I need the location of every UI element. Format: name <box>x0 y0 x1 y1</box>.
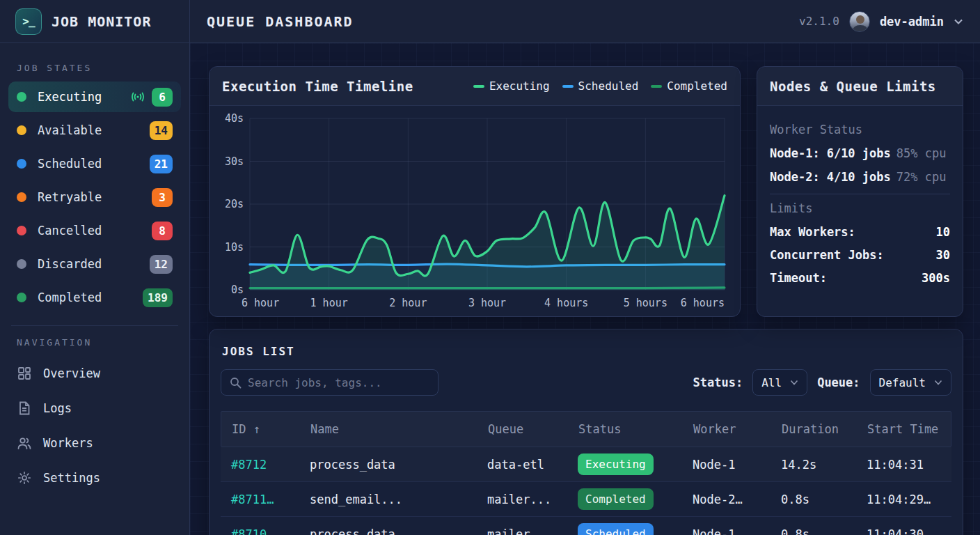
header-queue[interactable]: Queue <box>479 422 569 436</box>
document-icon <box>17 401 32 416</box>
state-dot <box>17 159 26 169</box>
state-dot <box>17 125 26 135</box>
job-duration: 0.8s <box>772 527 858 535</box>
nav-item-overview[interactable]: Overview <box>8 356 181 391</box>
main-content: Execution Time Timeline Executing Schedu… <box>190 43 980 535</box>
legend-swatch <box>651 85 662 88</box>
nav-label: Overview <box>43 366 100 380</box>
jobs-table-body: #8712 process_data data-etl Executing No… <box>221 447 951 535</box>
header-duration[interactable]: Duration <box>773 422 858 436</box>
svg-text:30s: 30s <box>225 155 244 168</box>
sidebar-state-executing[interactable]: Executing 6 <box>8 82 181 112</box>
chevron-down-icon <box>790 380 798 385</box>
terminal-icon: >_ <box>15 8 42 35</box>
job-id-link[interactable]: #8711… <box>222 493 301 506</box>
state-dot <box>17 192 26 202</box>
sort-arrow-icon: ↑ <box>253 422 260 436</box>
sidebar-state-scheduled[interactable]: Scheduled 21 <box>8 148 181 179</box>
sidebar-state-retryable[interactable]: Retryable 3 <box>8 182 181 212</box>
header-name[interactable]: Name <box>301 422 479 436</box>
chevron-down-icon[interactable] <box>954 18 963 25</box>
limit-value: 10 <box>936 225 950 239</box>
job-id-link[interactable]: #8712 <box>222 458 301 472</box>
node-status-row: Node-1: 6/10 jobs 85% cpu <box>770 146 950 160</box>
table-row[interactable]: #8711… send_email... mailer... Completed… <box>221 482 951 517</box>
nav-item-logs[interactable]: Logs <box>8 391 181 426</box>
job-duration: 14.2s <box>772 458 858 472</box>
status-select[interactable]: All <box>752 369 807 396</box>
nav-label: Settings <box>43 471 100 485</box>
nav-item-settings[interactable]: Settings <box>8 460 181 495</box>
search-box[interactable] <box>221 369 438 396</box>
svg-text:10s: 10s <box>225 241 244 254</box>
sidebar-state-discarded[interactable]: Discarded 12 <box>8 249 181 279</box>
top-bar-right: v2.1.0 dev-admin <box>799 11 963 32</box>
status-badge: Scheduled <box>578 523 654 535</box>
limits-card-title: Nodes & Queue Limits <box>770 79 936 94</box>
node-status-row: Node-2: 4/10 jobs 72% cpu <box>770 170 950 184</box>
sidebar-state-cancelled[interactable]: Cancelled 8 <box>8 215 181 246</box>
jobs-list-title: JOBS LIST <box>222 345 951 358</box>
avatar[interactable] <box>849 11 870 32</box>
node-cpu: 85% cpu <box>896 146 947 160</box>
timeline-chart: 0s10s20s30s40s6 hour1 hour2 hour3 hour4 … <box>210 106 740 316</box>
state-label: Retryable <box>38 190 102 204</box>
state-label: Discarded <box>38 257 102 271</box>
sidebar-state-available[interactable]: Available 14 <box>8 115 181 146</box>
nav-item-workers[interactable]: Workers <box>8 426 181 460</box>
state-label: Completed <box>38 290 102 304</box>
timeline-card: Execution Time Timeline Executing Schedu… <box>209 66 741 317</box>
limits-card-header: Nodes & Queue Limits <box>757 67 963 106</box>
jobs-table-header: ID ↑ Name Queue Status Worker Duration S… <box>221 411 951 447</box>
queue-select[interactable]: Default <box>870 369 951 396</box>
count-badge: 14 <box>150 121 173 140</box>
node-cpu: 72% cpu <box>896 170 947 184</box>
sidebar-state-completed[interactable]: Completed 189 <box>8 282 181 313</box>
table-row[interactable]: #8712 process_data data-etl Executing No… <box>221 447 951 482</box>
limits-card: Nodes & Queue Limits Worker Status Node-… <box>757 66 963 317</box>
status-filter-label: Status: <box>693 375 743 389</box>
job-name: send_email... <box>301 493 478 506</box>
count-badge: 6 <box>152 88 173 107</box>
user-menu[interactable]: dev-admin <box>880 15 944 29</box>
header-start-time[interactable]: Start Time <box>858 422 949 436</box>
job-start-time: 11:04:29… <box>858 493 950 506</box>
state-dot <box>17 293 26 302</box>
state-dot <box>17 226 26 235</box>
state-label: Executing <box>38 90 102 104</box>
svg-text:3 hour: 3 hour <box>468 297 506 309</box>
users-icon <box>17 435 32 451</box>
chevron-down-icon <box>934 380 942 385</box>
queue-filter-label: Queue: <box>817 375 860 389</box>
jobs-table: ID ↑ Name Queue Status Worker Duration S… <box>221 411 951 535</box>
node-name: Node-1: <box>770 146 820 160</box>
header-worker[interactable]: Worker <box>684 422 773 436</box>
job-worker: Node-1 <box>683 458 772 472</box>
limit-value: 30 <box>936 248 950 262</box>
count-badge: 21 <box>150 155 173 173</box>
page-title: QUEUE DASHBOARD <box>207 13 354 30</box>
state-label: Available <box>38 123 102 137</box>
state-dot <box>17 92 26 102</box>
limit-value: 300s <box>922 271 950 285</box>
job-start-time: 11:04:30 <box>858 527 950 535</box>
header-status[interactable]: Status <box>569 422 684 436</box>
search-input[interactable] <box>248 376 429 389</box>
job-queue: data-etl <box>478 458 569 472</box>
table-row[interactable]: #8710 process_data mailer Scheduled Node… <box>221 517 951 535</box>
count-badge: 3 <box>152 188 173 207</box>
job-name: process_data <box>301 458 478 472</box>
job-id-link[interactable]: #8710 <box>222 527 301 535</box>
limit-label: Timeout: <box>770 271 827 285</box>
svg-text:4 hours: 4 hours <box>544 297 588 309</box>
node-name: Node-2: <box>770 170 820 184</box>
job-queue: mailer <box>478 527 569 535</box>
state-dot <box>17 259 26 269</box>
search-icon <box>230 377 242 389</box>
svg-text:1 hour: 1 hour <box>310 297 348 309</box>
legend-completed: Completed <box>651 79 727 93</box>
job-worker: Node-1 <box>683 527 772 535</box>
header-id[interactable]: ID ↑ <box>223 422 301 436</box>
navigation-title: NAVIGATION <box>8 330 181 356</box>
status-select-value: All <box>761 376 782 389</box>
